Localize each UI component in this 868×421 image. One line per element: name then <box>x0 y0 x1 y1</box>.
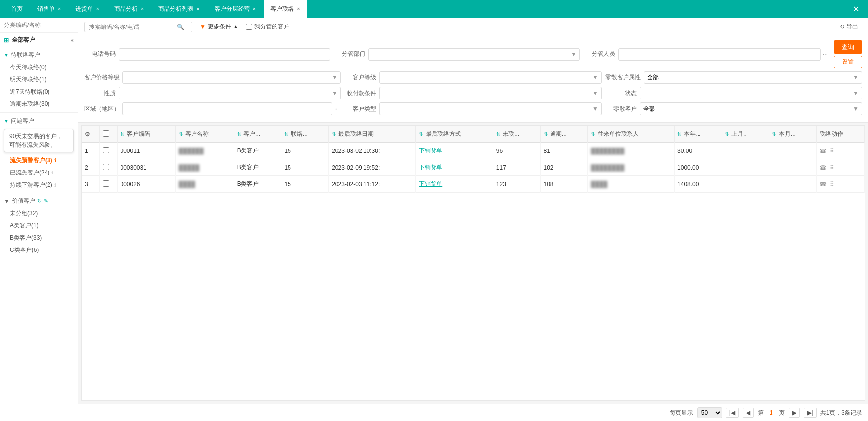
contact-method-link[interactable]: 下销货单 <box>419 180 442 187</box>
close-icon[interactable]: × <box>297 6 300 12</box>
refresh-icon[interactable]: ↻ <box>37 198 42 204</box>
my-customers-label[interactable]: 我分管的客户 <box>246 23 289 31</box>
col-customer-type: ⇅ 客户... <box>234 126 281 143</box>
tab-home[interactable]: 首页 <box>4 0 29 18</box>
close-icon[interactable]: × <box>96 6 99 12</box>
last-page-button[interactable]: ▶| <box>804 408 817 418</box>
filter-customer-type-label: 客户类型 <box>345 105 379 113</box>
row-name: █████ <box>175 159 234 176</box>
contact-method-link[interactable]: 下销货单 <box>419 164 442 171</box>
prev-page-button[interactable]: ◀ <box>743 408 754 418</box>
tab-product-analysis[interactable]: 商品分析 × <box>107 0 150 18</box>
filter-phone-input[interactable] <box>119 48 330 61</box>
filter-payment-select[interactable]: ▼ <box>379 87 602 99</box>
select-all-checkbox[interactable] <box>103 130 109 137</box>
sidebar-item-declining[interactable]: 持续下滑客户(2) ℹ <box>0 179 78 191</box>
row-index: 1 <box>82 143 99 159</box>
row-this-month <box>769 159 817 176</box>
filter-area-dots[interactable]: ··· <box>332 105 341 112</box>
settings-icon[interactable]: ⚙ <box>85 131 90 138</box>
col-unit-contact: ⇅ 往来单位联系人 <box>588 126 675 143</box>
search-icon[interactable]: 🔍 <box>177 24 184 30</box>
row-checkbox[interactable] <box>103 164 109 170</box>
close-icon[interactable]: × <box>58 6 61 12</box>
arrow-icon: ▼ <box>4 118 9 124</box>
filter-person-dots[interactable]: ··· <box>821 51 830 58</box>
contact-icon[interactable]: ☎ <box>820 148 827 154</box>
row-last-contact-method[interactable]: 下销货单 <box>416 176 493 193</box>
filter-customer-type-select[interactable]: ▼ <box>379 102 602 115</box>
filter-phone: 电话号码 <box>84 48 330 61</box>
tab-customer-contact[interactable]: 客户联络 × <box>264 0 307 18</box>
row-overdue: 108 <box>540 176 588 193</box>
more-icon[interactable]: ⠿ <box>830 164 834 171</box>
filter-row-4: 区域（地区） ··· 客户类型 ▼ 零散客户 全部 <box>84 102 862 115</box>
page-size-select[interactable]: 50 10 20 100 <box>697 407 722 418</box>
grid-icon: ⊞ <box>4 37 9 44</box>
sidebar-item-c-class[interactable]: C类客户(6) <box>0 244 78 256</box>
first-page-button[interactable]: |◀ <box>726 408 739 418</box>
row-checkbox[interactable] <box>103 147 109 153</box>
filter-area-select[interactable] <box>122 102 332 115</box>
tab-purchase[interactable]: 进货单 × <box>69 0 106 18</box>
tab-customer-segment[interactable]: 客户分层经营 × <box>208 0 263 18</box>
row-uncontacted: 96 <box>493 143 540 159</box>
more-icon[interactable]: ⠿ <box>830 181 834 188</box>
tab-product-analysis-list[interactable]: 商品分析列表 × <box>151 0 206 18</box>
filter-retail-customer-select[interactable]: 全部 ▼ <box>640 102 862 115</box>
filter-nature-select[interactable]: ▼ <box>119 87 341 99</box>
sidebar-item-7days[interactable]: 近7天待联络(0) <box>0 86 78 98</box>
col-overdue: ⇅ 逾期... <box>540 126 588 143</box>
filter-retail-attr-select[interactable]: 全部 ▼ <box>644 71 862 84</box>
settings-button[interactable]: 设置 <box>834 56 862 68</box>
filter-person-select[interactable] <box>618 48 821 61</box>
filter-customer-level-select[interactable]: ▼ <box>379 71 602 84</box>
row-unit-contact: ████████ <box>588 159 675 176</box>
row-checkbox[interactable] <box>103 180 109 187</box>
export-button[interactable]: ↻ 导出 <box>836 21 862 33</box>
close-icon[interactable]: × <box>141 6 144 12</box>
row-last-month <box>722 176 769 193</box>
row-last-contact-date: 2023-03-02 10:30: <box>329 143 416 159</box>
contact-icon[interactable]: ☎ <box>820 181 827 188</box>
sidebar-group-title-pending[interactable]: ▼ 待联络客户 <box>0 49 78 61</box>
edit-icon[interactable]: ✎ <box>44 198 48 204</box>
filter-dept-select[interactable]: ▼ <box>368 48 580 61</box>
row-last-contact-method[interactable]: 下销货单 <box>416 143 493 159</box>
close-icon[interactable]: × <box>196 6 199 12</box>
search-input[interactable] <box>89 24 177 30</box>
query-button[interactable]: 查询 <box>834 40 862 54</box>
window-close-button[interactable]: ✕ <box>848 4 864 14</box>
row-last-contact-method[interactable]: 下销货单 <box>416 159 493 176</box>
sidebar-search-input[interactable] <box>4 22 77 28</box>
sidebar-item-b-class[interactable]: B类客户(33) <box>0 232 78 244</box>
sidebar-group-title-value[interactable]: ▼ 价值客户 ↻ ✎ <box>0 195 78 207</box>
sidebar-item-a-class[interactable]: A类客户(1) <box>0 220 78 232</box>
contact-icon[interactable]: ☎ <box>820 164 827 171</box>
filter-button[interactable]: ▼ 更多条件 ▲ <box>196 21 242 33</box>
all-customers-header[interactable]: ⊞ 全部客户 « <box>0 33 78 47</box>
action-icons: ☎ ⠿ <box>820 148 861 154</box>
content-area: 🔍 ▼ 更多条件 ▲ 我分管的客户 ↻ 导出 电话号码 <box>78 18 868 421</box>
sidebar-item-tomorrow[interactable]: 明天待联络(1) <box>0 74 78 86</box>
tab-sales[interactable]: 销售单 × <box>30 0 68 18</box>
my-customers-checkbox[interactable] <box>246 24 252 30</box>
more-icon[interactable]: ⠿ <box>830 148 834 154</box>
close-icon[interactable]: × <box>253 6 256 12</box>
sidebar-group-title-risk[interactable]: ▼ 问题客户 <box>0 115 78 127</box>
next-page-button[interactable]: ▶ <box>789 408 800 418</box>
sidebar-item-lost[interactable]: 已流失客户(24) ℹ <box>0 167 78 179</box>
filter-status-select[interactable]: ▼ <box>640 87 862 99</box>
sidebar-item-today[interactable]: 今天待联络(0) <box>0 61 78 74</box>
chevron-down-icon: ▼ <box>332 90 338 97</box>
contact-method-link[interactable]: 下销货单 <box>419 147 442 154</box>
sidebar-item-overdue[interactable]: 逾期未联络(30) <box>0 98 78 110</box>
info-icon: ℹ <box>54 158 56 163</box>
col-name: ⇅ 客户名称 <box>175 126 234 143</box>
sidebar-item-at-risk[interactable]: 流失预警客户(3) ℹ <box>0 154 78 167</box>
sort-icon: ⇅ <box>121 131 124 137</box>
filter-price-level-select[interactable]: ▼ <box>122 71 341 84</box>
info-icon: ℹ <box>54 182 56 188</box>
sidebar-item-unsorted[interactable]: 未分组(32) <box>0 207 78 220</box>
row-code: 000026 <box>117 176 175 193</box>
